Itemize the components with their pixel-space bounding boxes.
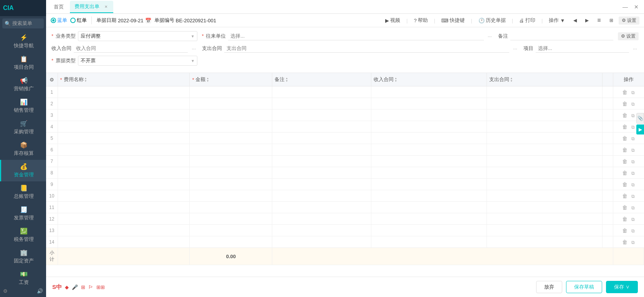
sidebar-search[interactable]: 🔍 搜索菜单 [2,18,44,28]
income-contract-input[interactable] [74,44,188,53]
income-contract-dots[interactable]: ··· [190,46,197,51]
amount-cell[interactable] [190,213,272,225]
copy-icon[interactable]: ⧉ [630,113,636,118]
radio-blue[interactable]: 蓝单 [51,17,67,24]
delete-icon[interactable]: 🗑 [621,216,629,222]
settings-icon[interactable]: ⚙ [3,288,8,294]
amount-cell[interactable] [190,190,272,202]
income-contract-cell[interactable] [371,225,487,236]
income-contract-cell[interactable] [371,236,487,248]
amount-cell[interactable] [190,110,272,121]
view-grid-btn[interactable]: ⊞ [607,17,616,24]
sidebar-item-tax[interactable]: 💹 税务管理 [0,224,46,246]
income-contract-cell[interactable] [371,121,487,133]
copy-icon[interactable]: ⧉ [630,101,636,107]
amount-cell[interactable] [190,179,272,190]
expense-name-cell[interactable] [58,167,190,179]
minimize-btn[interactable]: — [620,3,630,11]
note-cell[interactable] [272,144,371,156]
note-cell[interactable] [272,98,371,110]
copy-icon[interactable]: ⧉ [630,90,636,95]
delete-icon[interactable]: 🗑 [621,227,629,234]
copy-icon[interactable]: ⧉ [630,228,636,234]
income-contract-cell[interactable] [371,144,487,156]
note-cell[interactable] [272,156,371,167]
set-btn[interactable]: ⚙ 设置 [619,17,639,25]
copy-icon[interactable]: ⧉ [630,136,636,141]
note-cell[interactable] [272,167,371,179]
copy-icon[interactable]: ⧉ [630,217,636,222]
sort-arrows-expense-contract[interactable]: ▲▼ [510,77,513,82]
copy-icon[interactable]: ⧉ [630,240,636,245]
expense-contract-dots[interactable]: ··· [512,46,519,51]
sidebar-item-marketing[interactable]: 📢 营销推广 [0,74,46,95]
copy-icon[interactable]: ⧉ [630,124,636,130]
note-cell[interactable] [272,121,371,133]
close-btn[interactable]: ✕ [632,3,641,11]
delete-icon[interactable]: 🗑 [621,170,629,176]
col-set-btn[interactable]: ⚙ 设置 [618,32,639,40]
history-btn[interactable]: 🕐 历史单据 [476,16,508,25]
expense-name-cell[interactable] [58,236,190,248]
amount-cell[interactable] [190,236,272,248]
expense-name-cell[interactable] [58,225,190,236]
volume-icon[interactable]: 🔊 [37,288,43,294]
sidebar-item-accounting[interactable]: 📒 总账管理 [0,181,46,203]
nav-next-btn[interactable]: ▶ [583,17,591,24]
sort-arrows-expense[interactable]: ▲▼ [84,77,87,82]
expense-contract-cell[interactable] [487,225,603,236]
shortcut-btn[interactable]: ⌨ 快捷键 [439,16,467,25]
amount-cell[interactable] [190,156,272,167]
amount-cell[interactable] [190,121,272,133]
sort-arrows-income[interactable]: ▲▼ [394,77,397,82]
expense-name-cell[interactable] [58,156,190,167]
sidebar-item-inventory[interactable]: 📦 库存核算 [0,138,46,160]
expense-contract-cell[interactable] [487,236,603,248]
expense-name-cell[interactable] [58,133,190,144]
amount-cell[interactable] [190,86,272,98]
tab-expense-bill[interactable]: 费用支出单 ✕ [70,1,113,13]
expense-contract-input[interactable] [224,44,509,53]
expense-contract-cell[interactable] [487,202,603,213]
copy-icon[interactable]: ⧉ [630,159,636,164]
copy-icon[interactable]: ⧉ [630,171,636,176]
expense-contract-cell[interactable] [487,190,603,202]
th-gear[interactable]: ⚙ [46,73,58,86]
help-btn[interactable]: ? 帮助 [412,16,430,25]
income-contract-cell[interactable] [371,202,487,213]
sidebar-item-fixed-assets[interactable]: 🏢 固定资产 [0,246,46,267]
print-btn[interactable]: 🖨 打印 [517,16,538,25]
view-list-btn[interactable]: ≡ [595,16,603,25]
note-cell[interactable] [272,225,371,236]
save-draft-button[interactable]: 保存草稿 [566,281,602,293]
sidebar-item-quick-nav[interactable]: ⚡ 快捷导航 [0,31,46,52]
operate-btn[interactable]: 操作 ▼ [546,16,567,25]
save-button[interactable]: 保存 ∨ [606,281,638,293]
attachment-btn[interactable]: 📎 [636,113,644,124]
delete-icon[interactable]: 🗑 [621,158,629,164]
sidebar-item-capital[interactable]: 💰 资金管理 [0,160,46,181]
expense-name-cell[interactable] [58,179,190,190]
delete-icon[interactable]: 🗑 [621,204,629,211]
project-input[interactable] [536,44,629,53]
note-cell[interactable] [272,110,371,121]
amount-cell[interactable] [190,98,272,110]
copy-icon[interactable]: ⧉ [630,205,636,211]
delete-icon[interactable]: 🗑 [621,147,629,153]
partner-input[interactable] [228,32,484,40]
expense-contract-cell[interactable] [487,144,603,156]
sort-arrows-amount[interactable]: ▲▼ [206,77,209,82]
expense-name-cell[interactable] [58,110,190,121]
delete-icon[interactable]: 🗑 [621,112,629,118]
sidebar-item-salary[interactable]: 💵 工资 [0,267,46,285]
expense-name-cell[interactable] [58,213,190,225]
amount-cell[interactable] [190,167,272,179]
expense-contract-cell[interactable] [487,86,603,98]
note-cell[interactable] [272,86,371,98]
copy-icon[interactable]: ⧉ [630,182,636,187]
expense-contract-cell[interactable] [487,179,603,190]
delete-icon[interactable]: 🗑 [621,135,629,141]
expense-contract-cell[interactable] [487,213,603,225]
amount-cell[interactable] [190,133,272,144]
delete-icon[interactable]: 🗑 [621,193,629,199]
